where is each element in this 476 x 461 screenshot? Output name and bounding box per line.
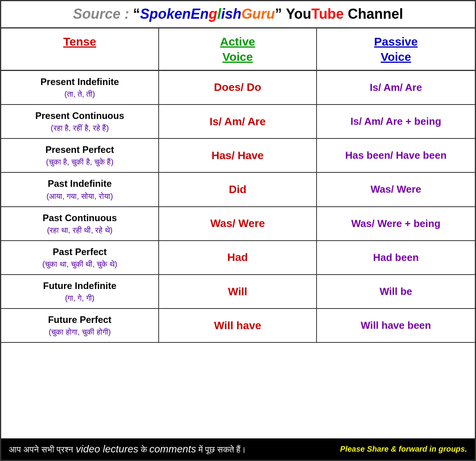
channel-text: Channel [344,6,403,22]
cell-passive-5: Had been [317,241,475,274]
tense-hindi-6: (गा, गे, गी) [65,293,95,303]
col-header-tense: Tense [1,28,159,70]
header: Source : “SpokenEnglishGuru” YouTube Cha… [1,1,475,28]
tense-name-7: Future Perfect [48,314,111,326]
passive-line2: Voice [381,50,411,63]
cell-tense-0: Present Indefinite (ता, ते, ती) [1,71,159,104]
video-lectures-span: video lectures [76,443,138,455]
cell-active-4: Was/ Were [159,207,317,240]
active-value-7: Will have [214,319,261,332]
tense-label: Tense [63,35,96,48]
guru-text: Guru [241,6,275,22]
cell-passive-3: Was/ Were [317,173,475,206]
active-value-6: Will [228,285,248,298]
table-row: Present Perfect (चुका है, चुकी है, चुके … [1,139,475,173]
passive-value-6: Will be [380,285,412,298]
passive-value-5: Had been [373,252,419,264]
tense-hindi-2: (चुका है, चुकी है, चुके हैं) [46,156,113,167]
footer-share-text: Please Share & forward in groups. [340,445,467,454]
tense-hindi-1: (रहा है, रहीं है, रहे हैं) [51,122,109,133]
table-row: Present Indefinite (ता, ते, ती) Does/ Do… [1,71,475,105]
cell-active-2: Has/ Have [159,139,317,172]
table-row: Past Continuous (रहा था, रही थी, रहे थे)… [1,207,475,241]
source-label: Source [73,6,120,22]
cell-passive-7: Will have been [317,309,475,342]
cell-tense-5: Past Perfect (चुका था, चुकी थी, चुके थे) [1,241,159,274]
col-header-passive: Passive Voice [317,28,475,70]
passive-value-0: Is/ Am/ Are [370,82,422,94]
active-value-3: Did [229,183,246,196]
footer: आप अपने सभी प्रश्न video lectures के com… [1,438,475,460]
cell-passive-0: Is/ Am/ Are [317,71,475,104]
passive-value-4: Was/ Were + being [351,218,441,230]
passive-value-1: Is/ Am/ Are + being [350,115,441,128]
tense-hindi-0: (ता, ते, ती) [64,89,95,99]
passive-value-2: Has been/ Have been [345,149,446,161]
open-quote: “ [133,6,140,22]
tense-hindi-3: (आया, गया, सोया, रोया) [46,191,113,202]
cell-passive-6: Will be [317,275,475,308]
active-line2: Voice [223,50,253,63]
cell-passive-1: Is/ Am/ Are + being [317,105,475,138]
table-row: Past Perfect (चुका था, चुकी थी, चुके थे)… [1,241,475,275]
tense-name-5: Past Perfect [53,246,107,258]
passive-line1: Passive [374,35,418,48]
header-colon: : [124,6,133,22]
active-value-2: Has/ Have [212,149,264,162]
active-value-4: Was/ Were [210,217,265,230]
cell-tense-7: Future Perfect (चुका होगा, चुकी होगी) [1,309,159,342]
active-line1: Active [220,35,255,48]
cell-active-1: Is/ Am/ Are [159,105,317,138]
cell-passive-4: Was/ Were + being [317,207,475,240]
tense-name-0: Present Indefinite [41,76,119,88]
cell-passive-2: Has been/ Have been [317,139,475,172]
active-value-5: Had [227,251,248,264]
active-value-0: Does/ Do [214,81,261,94]
passive-value-7: Will have been [361,319,431,332]
main-table: Tense Active Voice Passive Voice Present… [1,28,475,438]
cell-active-3: Did [159,173,317,206]
cell-active-7: Will have [159,309,317,342]
cell-tense-6: Future Indefinite (गा, गे, गी) [1,275,159,308]
footer-hindi-text: आप अपने सभी प्रश्न video lectures के com… [9,443,246,455]
tense-name-6: Future Indefinite [43,280,117,292]
youtube-you: You [286,6,311,22]
cell-tense-2: Present Perfect (चुका है, चुकी है, चुके … [1,139,159,172]
cell-active-5: Had [159,241,317,274]
tense-name-3: Past Indefinite [48,177,111,190]
youtube-tube: Tube [311,6,344,22]
tense-hindi-7: (चुका होगा, चुकी होगी) [49,326,111,337]
english-en: En [191,6,209,22]
spoken-text: Spoken [140,6,191,22]
cell-tense-4: Past Continuous (रहा था, रही थी, रहे थे) [1,207,159,240]
tense-name-2: Present Perfect [45,144,114,156]
table-row: Past Indefinite (आया, गया, सोया, रोया) D… [1,173,475,207]
comments-span: comments [149,443,196,455]
close-quote: ” [275,6,282,22]
table-row: Present Continuous (रहा है, रहीं है, रहे… [1,105,475,139]
table-header-row: Tense Active Voice Passive Voice [1,28,475,71]
table-row: Future Perfect (चुका होगा, चुकी होगी) Wi… [1,309,475,343]
passive-value-3: Was/ Were [370,183,421,195]
table-row: Future Indefinite (गा, गे, गी) Will Will… [1,275,475,309]
tense-name-1: Present Continuous [35,110,124,122]
english-l: l [217,6,221,22]
cell-active-6: Will [159,275,317,308]
cell-active-0: Does/ Do [159,71,317,104]
tense-name-4: Past Continuous [42,212,117,224]
english-ish: ish [221,6,241,22]
active-value-1: Is/ Am/ Are [209,115,265,128]
cell-tense-3: Past Indefinite (आया, गया, सोया, रोया) [1,173,159,206]
col-header-active: Active Voice [159,28,317,70]
tense-hindi-4: (रहा था, रही थी, रहे थे) [47,225,112,236]
english-g: g [209,6,217,22]
page-wrapper: Source : “SpokenEnglishGuru” YouTube Cha… [0,0,476,461]
cell-tense-1: Present Continuous (रहा है, रहीं है, रहे… [1,105,159,138]
tense-hindi-5: (चुका था, चुकी थी, चुके थे) [42,259,117,270]
